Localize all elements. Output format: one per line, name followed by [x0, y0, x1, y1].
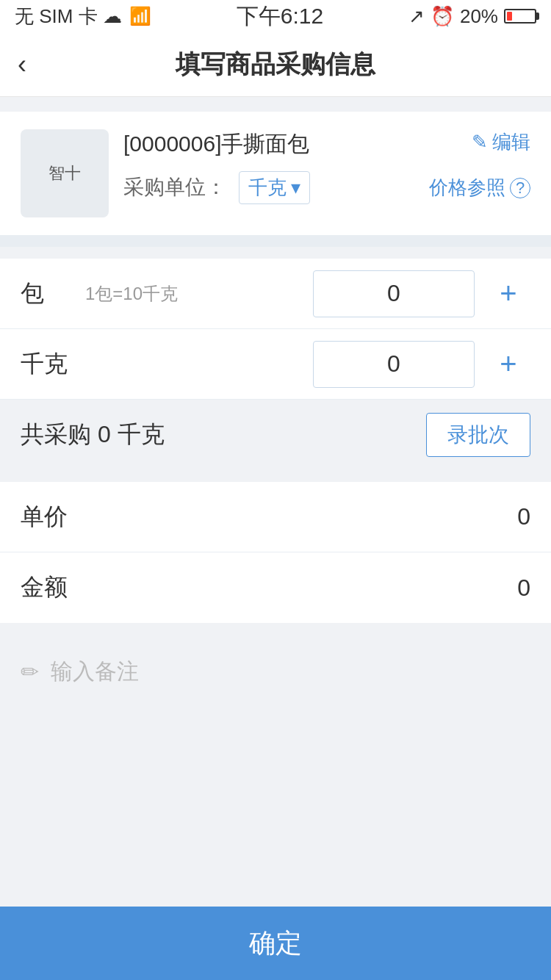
- edit-button[interactable]: ✎ 编辑: [472, 129, 530, 155]
- section-divider-1: [0, 235, 551, 247]
- qty-plus-kg[interactable]: +: [486, 341, 530, 388]
- qty-input-area-bao: +: [178, 270, 530, 317]
- status-bar: 无 SIM 卡 ☁ 📶 下午6:12 ↗ ⏰ 20%: [0, 0, 551, 32]
- qty-row-bao: 包 1包=10千克 +: [0, 259, 551, 329]
- unit-value: 千克: [248, 175, 287, 201]
- spacer: [0, 708, 551, 929]
- confirm-button[interactable]: 确定: [249, 926, 302, 962]
- amount-row: 金额 0: [0, 552, 551, 623]
- qty-label-kg: 千克: [21, 348, 79, 381]
- confirm-bar[interactable]: 确定: [0, 907, 551, 980]
- qty-input-area-kg: +: [79, 341, 530, 388]
- summary-row: 共采购 0 千克 录批次: [0, 400, 551, 470]
- unit-select[interactable]: 千克 ▾: [239, 171, 310, 204]
- edit-label: 编辑: [492, 129, 530, 155]
- unit-label: 采购单位：: [123, 176, 226, 198]
- qty-sub-label-bao: 1包=10千克: [85, 282, 178, 306]
- qty-input-kg[interactable]: [313, 341, 475, 388]
- battery-percent: 20%: [460, 5, 498, 28]
- status-right: ↗ ⏰ 20%: [408, 5, 536, 28]
- batch-button[interactable]: 录批次: [426, 413, 530, 457]
- wifi-icon: 📶: [129, 6, 151, 26]
- location-icon: ↗: [408, 5, 425, 28]
- sim-label: 无 SIM 卡 ☁: [15, 4, 122, 29]
- nav-bar: ‹ 填写商品采购信息: [0, 32, 551, 97]
- qty-label-bao: 包: [21, 278, 79, 310]
- unit-row: 采购单位： 千克 ▾ 价格参照 ?: [123, 171, 530, 204]
- unit-price-row: 单价 0: [0, 482, 551, 552]
- remark-placeholder: 输入备注: [51, 657, 139, 687]
- price-section: 单价 0 金额 0: [0, 482, 551, 623]
- remark-section[interactable]: ✏ 输入备注: [0, 635, 551, 708]
- alarm-icon: ⏰: [431, 5, 454, 28]
- status-time: 下午6:12: [237, 1, 323, 32]
- amount-value: 0: [517, 574, 530, 602]
- summary-text: 共采购 0 千克: [21, 419, 165, 451]
- status-left: 无 SIM 卡 ☁ 📶: [15, 4, 151, 29]
- price-ref-label: 价格参照: [429, 175, 505, 201]
- quantity-section: 包 1包=10千克 + 千克 +: [0, 259, 551, 400]
- page-title: 填写商品采购信息: [176, 48, 375, 82]
- edit-icon: ✎: [472, 131, 488, 154]
- product-name: [0000006]手撕面包: [123, 129, 309, 159]
- qty-row-kg: 千克 +: [0, 329, 551, 400]
- battery-icon: [504, 9, 536, 24]
- product-header: [0000006]手撕面包 ✎ 编辑: [123, 129, 530, 159]
- product-card: 智十 [0000006]手撕面包 ✎ 编辑 采购单位： 千克 ▾ 价格参照 ?: [0, 112, 551, 235]
- price-ref-button[interactable]: 价格参照 ?: [429, 175, 530, 201]
- product-thumb-label: 智十: [48, 162, 81, 185]
- unit-price-value: 0: [517, 503, 530, 530]
- unit-section: 采购单位： 千克 ▾: [123, 171, 310, 204]
- pencil-icon: ✏: [21, 659, 39, 685]
- product-info: [0000006]手撕面包 ✎ 编辑 采购单位： 千克 ▾ 价格参照 ?: [123, 129, 530, 204]
- chevron-down-icon: ▾: [291, 176, 300, 199]
- unit-price-label: 单价: [21, 501, 68, 533]
- product-thumbnail: 智十: [21, 129, 109, 217]
- back-button[interactable]: ‹: [18, 49, 26, 80]
- qty-input-bao[interactable]: [313, 270, 475, 317]
- help-icon: ?: [510, 178, 530, 198]
- amount-label: 金额: [21, 572, 68, 604]
- qty-plus-bao[interactable]: +: [486, 270, 530, 317]
